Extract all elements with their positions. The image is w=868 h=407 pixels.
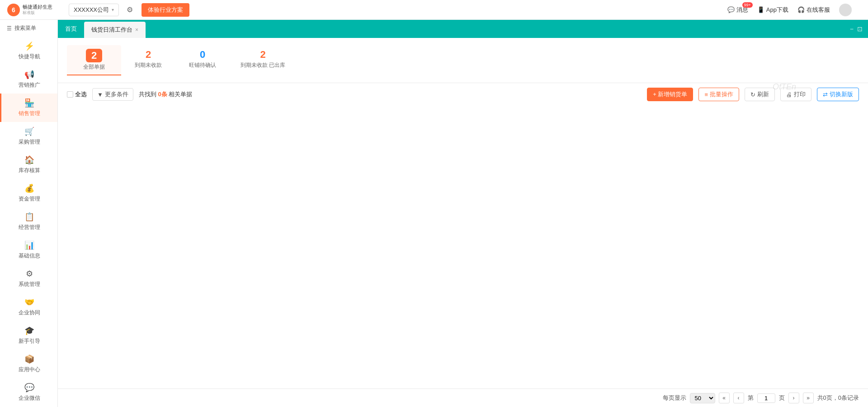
stats-bar: 2 全部单据 2 到期未收款 0 旺铺待确认 2 到期未收款 已出库: [58, 38, 868, 83]
main-layout: ☰ 搜索菜单 ⚡ 快捷导航 📢 营销推广 🏪 销售管理 🛒 采购管理 🏠 库存核…: [0, 20, 868, 407]
stat-card-pending[interactable]: 0 旺铺待确认: [175, 45, 230, 75]
sidebar-item-sales[interactable]: 🏪 销售管理: [0, 94, 57, 122]
prev-page-button[interactable]: ‹: [733, 393, 744, 403]
more-filter-button[interactable]: ▼ 更多条件: [92, 88, 133, 101]
sidebar-item-inventory[interactable]: 🏠 库存核算: [0, 150, 57, 179]
company-selector[interactable]: XXXXXX公司 ▾: [69, 4, 119, 16]
top-right-area: 💬 消息 99+ 📱 App下载 🎧 在线客服: [727, 4, 861, 16]
toolbar-left: 全选 ▼ 更多条件 共找到 0条 相关单据: [67, 88, 192, 101]
trial-button[interactable]: 体验行业方案: [142, 3, 189, 17]
found-count: 0条: [158, 91, 167, 98]
checkbox-icon[interactable]: [67, 91, 73, 98]
stat-card-all[interactable]: 2 全部单据: [67, 45, 121, 75]
operation-icon: 📋: [24, 212, 34, 222]
avatar[interactable]: [839, 4, 852, 16]
company-dropdown-icon: ▾: [112, 7, 114, 12]
sidebar-item-system[interactable]: ⚙ 系统管理: [0, 264, 57, 293]
marketing-icon: 📢: [24, 70, 34, 80]
first-page-button[interactable]: «: [719, 393, 730, 403]
sidebar-item-purchase[interactable]: 🛒 采购管理: [0, 122, 57, 150]
tab-home-label: 首页: [65, 25, 77, 33]
pagination-bar: 每页显示 50 100 200 « ‹ 第 页 › » 共0页，0条记录: [58, 388, 868, 407]
top-bar: 6 畅捷通好生意 标准版 XXXXXX公司 ▾ ⚙ 体验行业方案 💬 消息 99…: [0, 0, 868, 20]
sidebar-item-finance[interactable]: 💰 资金管理: [0, 179, 57, 207]
stat-num-all: 2: [86, 49, 102, 62]
stat-card-overdue-out[interactable]: 2 到期未收款 已出库: [230, 45, 296, 75]
toolbar: 全选 ▼ 更多条件 共找到 0条 相关单据 + 新增销货单: [58, 83, 868, 106]
gear-icon: ⚙: [127, 5, 133, 14]
sidebar-item-operation[interactable]: 📋 经营管理: [0, 207, 57, 236]
sidebar-item-marketing[interactable]: 📢 营销推广: [0, 65, 57, 94]
page-content: 2 全部单据 2 到期未收款 0 旺铺待确认 2 到期未收款 已出库: [58, 38, 868, 407]
app-center-icon: 📦: [24, 354, 34, 364]
sidebar-item-cooperation[interactable]: 🤝 企业协同: [0, 293, 57, 321]
select-all-checkbox[interactable]: 全选: [67, 90, 87, 98]
page-size-label: 每页显示: [663, 394, 686, 402]
sidebar-item-quick-nav[interactable]: ⚡ 快捷导航: [0, 37, 57, 65]
tab-home[interactable]: 首页: [58, 20, 84, 38]
stat-label-overdue-out: 到期未收款 已出库: [241, 61, 285, 69]
batch-operation-button[interactable]: ≡ 批量操作: [698, 88, 739, 101]
app-download-button[interactable]: 📱 App下载: [757, 6, 788, 14]
sales-icon: 🏪: [24, 98, 34, 108]
switch-icon: ⇄: [823, 91, 828, 98]
stat-num-overdue-out: 2: [260, 49, 266, 61]
tab-work-bench-label: 钱货日清工作台: [91, 26, 132, 34]
tab-actions: − ⊡: [850, 25, 868, 33]
refresh-button[interactable]: ↻ 刷新: [745, 88, 775, 101]
next-page-button[interactable]: ›: [788, 393, 799, 403]
print-icon: 🖨: [786, 91, 792, 98]
filter-icon: ▼: [97, 91, 103, 98]
print-button[interactable]: 🖨 打印: [780, 88, 811, 101]
download-icon: 📱: [757, 6, 764, 13]
settings-button[interactable]: ⚙: [123, 4, 136, 16]
finance-icon: 💰: [24, 183, 34, 193]
logo-icon: 6: [7, 4, 20, 16]
search-icon: ☰: [7, 25, 12, 32]
stat-label-all: 全部单据: [83, 63, 105, 71]
sidebar-item-wechat[interactable]: 💬 企业微信: [0, 378, 57, 407]
select-all-label: 全选: [75, 90, 87, 98]
tab-close-icon[interactable]: ×: [135, 27, 138, 33]
batch-icon: ≡: [704, 91, 708, 98]
cooperation-icon: 🤝: [24, 297, 34, 307]
stat-label-pending: 旺铺待确认: [189, 61, 216, 69]
tab-restore-button[interactable]: ⊡: [857, 25, 863, 33]
logo-area: 6 畅捷通好生意 标准版: [7, 4, 65, 16]
toolbar-right: + 新增销货单 ≡ 批量操作 ↻ 刷新 🖨 打印 ⇄: [647, 88, 859, 101]
online-service-button[interactable]: 🎧 在线客服: [797, 6, 830, 14]
message-icon: 💬: [727, 6, 735, 13]
page-label: 第: [748, 394, 754, 402]
message-badge: 99+: [742, 2, 753, 8]
service-icon: 🎧: [797, 6, 805, 13]
switch-version-button[interactable]: ⇄ 切换新版: [817, 88, 859, 101]
page-size-select[interactable]: 50 100 200: [690, 393, 715, 403]
logo-text: 畅捷通好生意: [23, 4, 52, 10]
new-sales-order-button[interactable]: + 新增销货单: [647, 88, 693, 101]
content-area: 首页 钱货日清工作台 × − ⊡ 2 全部单据 2 到期未收款: [58, 20, 868, 407]
found-text: 共找到 0条 相关单据: [139, 90, 192, 98]
sidebar-item-basic-info[interactable]: 📊 基础信息: [0, 236, 57, 264]
sidebar-item-app-center[interactable]: 📦 应用中心: [0, 350, 57, 378]
quick-nav-icon: ⚡: [24, 41, 34, 51]
basic-info-icon: 📊: [24, 240, 34, 250]
table-area: [58, 106, 868, 388]
system-icon: ⚙: [26, 269, 33, 279]
company-name: XXXXXX公司: [74, 6, 109, 14]
wechat-icon: 💬: [24, 383, 34, 393]
purchase-icon: 🛒: [24, 126, 34, 136]
page-number-input[interactable]: [757, 393, 775, 403]
guide-icon: 🎓: [24, 326, 34, 336]
stat-card-overdue[interactable]: 2 到期未收款: [121, 45, 175, 75]
total-info: 共0页，0条记录: [817, 394, 859, 402]
sidebar-item-guide[interactable]: 🎓 新手引导: [0, 321, 57, 350]
message-button[interactable]: 💬 消息 99+: [727, 6, 748, 14]
stat-num-pending: 0: [200, 49, 205, 61]
refresh-icon: ↻: [750, 91, 755, 98]
search-menu-item[interactable]: ☰ 搜索菜单: [0, 20, 57, 37]
tab-minimize-button[interactable]: −: [850, 25, 854, 33]
stat-label-overdue: 到期未收款: [135, 61, 162, 69]
inventory-icon: 🏠: [24, 155, 34, 165]
tab-work-bench[interactable]: 钱货日清工作台 ×: [84, 22, 146, 38]
last-page-button[interactable]: »: [803, 393, 814, 403]
